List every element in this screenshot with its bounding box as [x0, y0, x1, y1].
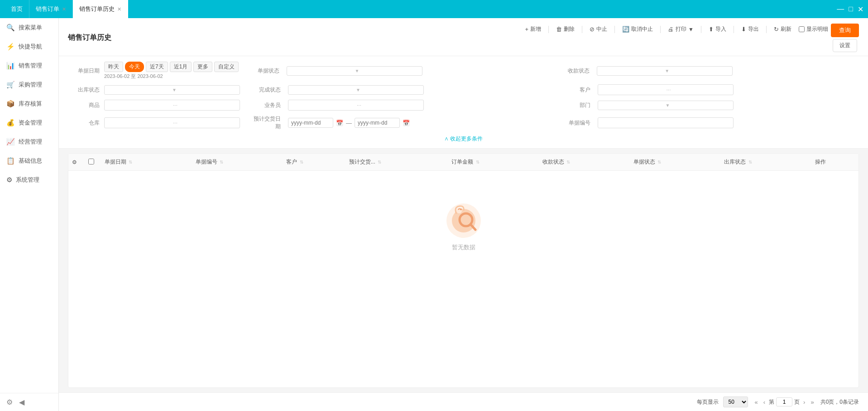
date-yesterday[interactable]: 昨天	[104, 62, 123, 72]
th-bill-no[interactable]: 单据编号 ⇅	[192, 154, 283, 171]
first-page-button[interactable]: «	[753, 398, 759, 406]
calendar-start-icon[interactable]: 📅	[336, 120, 343, 126]
sidebar-bottom: ⚙ ◀	[0, 393, 58, 411]
sidebar-item-搜索菜单[interactable]: 🔍搜索菜单	[0, 18, 58, 37]
th-amount[interactable]: 订单金额 ⇅	[448, 154, 539, 171]
warehouse-dots[interactable]: ···	[173, 120, 236, 126]
toolbar-btn-删除[interactable]: 🗑删除	[553, 24, 577, 35]
minimize-button[interactable]: —	[837, 5, 844, 13]
next-page-button[interactable]: ›	[801, 398, 807, 406]
select-all-checkbox[interactable]	[88, 159, 94, 164]
toolbar-btn-label: 打印	[676, 25, 686, 33]
salesman-select[interactable]: ···	[288, 100, 424, 111]
data-table: ⚙ 单据日期 ⇅ 单据编号 ⇅ 客户 ⇅ 预计交货... ⇅ 订单金额 ⇅ 收款…	[68, 154, 858, 279]
sidebar-item-系统管理[interactable]: ⚙系统管理	[0, 170, 58, 189]
sidebar: 🔍搜索菜单⚡快捷导航📊销售管理🛒采购管理📦库存核算💰资金管理📈经营管理📋基础信息…	[0, 18, 59, 411]
toolbar-btn-导入[interactable]: ⬆导入	[706, 24, 729, 35]
sidebar-icon: ⚡	[6, 43, 15, 51]
display-toggle-checkbox[interactable]	[799, 26, 805, 32]
toolbar-btn-取消中止[interactable]: 🔄取消中止	[619, 24, 656, 35]
collapse-bar[interactable]: ∧ 收起更多条件	[68, 135, 859, 143]
dept-select[interactable]: ▼	[598, 101, 734, 110]
date-label: 单据日期	[68, 67, 104, 75]
th-bill-status[interactable]: 单据状态 ⇅	[630, 154, 721, 171]
display-toggle-label: 显示明细	[806, 25, 828, 33]
tab-销售订单[interactable]: 销售订单✕	[29, 0, 73, 18]
date-range-text: 2023-06-02 至 2023-06-02	[104, 73, 239, 80]
sidebar-item-基础信息[interactable]: 📋基础信息	[0, 151, 58, 170]
salesman-dots[interactable]: ···	[357, 102, 420, 108]
tab-close-icon[interactable]: ✕	[62, 6, 66, 12]
sidebar-icon: 💰	[6, 119, 15, 127]
warehouse-select[interactable]: ···	[104, 117, 240, 128]
th-payment-status[interactable]: 收款状态 ⇅	[539, 154, 630, 171]
th-check[interactable]	[85, 154, 101, 171]
setting-button[interactable]: 设置	[833, 39, 857, 52]
toolbar: +新增🗑删除⊘中止🔄取消中止🖨打印▼⬆导入⬇导出↻刷新 显示明细	[523, 24, 828, 35]
close-button[interactable]: ✕	[858, 5, 863, 14]
collapse-icon[interactable]: ◀	[19, 398, 24, 406]
sidebar-item-库存核算[interactable]: 📦库存核算	[0, 94, 58, 113]
filter-row-4: 仓库 ··· 预计交货日期 📅 — 📅 单据编号	[68, 115, 859, 131]
customer-dots[interactable]: ···	[667, 87, 729, 93]
toolbar-btn-导出[interactable]: ⬇导出	[739, 24, 762, 35]
payment-status-select[interactable]: ▼	[597, 66, 733, 76]
complete-status-select[interactable]: ▼	[288, 85, 424, 95]
date-more[interactable]: 更多	[193, 62, 212, 72]
goods-select[interactable]: ···	[104, 100, 240, 111]
sidebar-label: 经营管理	[19, 138, 42, 146]
complete-status-label: 完成状态	[249, 86, 285, 94]
goods-dots[interactable]: ···	[173, 102, 236, 108]
bill-status-select[interactable]: ▼	[287, 66, 422, 76]
sidebar-item-资金管理[interactable]: 💰资金管理	[0, 113, 58, 132]
th-out-status[interactable]: 出库状态 ⇅	[720, 154, 811, 171]
page-num-input[interactable]	[776, 397, 792, 406]
sort-icon-bill: ⇅	[657, 160, 661, 164]
date-custom[interactable]: 自定义	[214, 62, 239, 72]
toolbar-icon: 🗑	[556, 26, 562, 33]
date-quick-buttons: 昨天 今天 近7天 近1月 更多 自定义	[104, 62, 239, 72]
calendar-end-icon[interactable]: 📅	[403, 120, 410, 126]
tab-首页[interactable]: 首页	[5, 0, 29, 18]
th-customer[interactable]: 客户 ⇅	[283, 154, 345, 171]
th-settings[interactable]: ⚙	[68, 154, 85, 171]
display-toggle[interactable]: 显示明细	[799, 25, 828, 33]
th-bill-date[interactable]: 单据日期 ⇅	[101, 154, 192, 171]
toolbar-btn-刷新[interactable]: ↻刷新	[771, 24, 794, 35]
sidebar-icon: 📦	[6, 100, 15, 108]
toolbar-divider	[582, 26, 582, 33]
empty-icon	[441, 198, 486, 243]
customer-select[interactable]: ···	[598, 84, 734, 95]
prev-page-button[interactable]: ‹	[762, 398, 767, 406]
toolbar-btn-打印[interactable]: 🖨打印▼	[665, 24, 696, 35]
settings-icon[interactable]: ⚙	[6, 398, 13, 406]
delivery-date-start[interactable]	[288, 118, 333, 128]
date-7days[interactable]: 近7天	[146, 62, 168, 72]
page-size-select[interactable]: 50 10 20 100	[723, 396, 748, 407]
th-delivery[interactable]: 预计交货... ⇅	[345, 154, 448, 171]
query-button[interactable]: 查询	[831, 24, 859, 37]
sidebar-item-快捷导航[interactable]: ⚡快捷导航	[0, 37, 58, 56]
tab-close-icon[interactable]: ✕	[117, 6, 121, 12]
last-page-button[interactable]: »	[809, 398, 815, 406]
date-today[interactable]: 今天	[125, 62, 144, 72]
table-header: ⚙ 单据日期 ⇅ 单据编号 ⇅ 客户 ⇅ 预计交货... ⇅ 订单金额 ⇅ 收款…	[68, 154, 858, 171]
toolbar-btn-新增[interactable]: +新增	[523, 24, 544, 35]
sidebar-icon: 📋	[6, 157, 15, 165]
sidebar-item-销售管理[interactable]: 📊销售管理	[0, 56, 58, 75]
toolbar-btn-中止[interactable]: ⊘中止	[587, 24, 610, 35]
complete-status-arrow: ▼	[356, 87, 420, 92]
tab-销售订单历史[interactable]: 销售订单历史✕	[73, 0, 128, 18]
bill-no-input[interactable]	[598, 117, 734, 128]
delivery-date-end[interactable]	[355, 118, 400, 128]
toolbar-icon: 🔄	[622, 26, 629, 33]
date-1month[interactable]: 近1月	[170, 62, 192, 72]
sidebar-item-经营管理[interactable]: 📈经营管理	[0, 132, 58, 151]
delivery-date-label: 预计交货日期	[249, 115, 285, 131]
maximize-button[interactable]: □	[849, 5, 853, 13]
outstock-select[interactable]: ▼	[104, 85, 240, 95]
table-wrap: ⚙ 单据日期 ⇅ 单据编号 ⇅ 客户 ⇅ 预计交货... ⇅ 订单金额 ⇅ 收款…	[68, 153, 859, 388]
filter-row-1: 单据日期 昨天 今天 近7天 近1月 更多 自定义 2023-06-02 至 2…	[68, 62, 859, 80]
sidebar-item-采购管理[interactable]: 🛒采购管理	[0, 75, 58, 94]
toolbar-icon: ⊘	[590, 26, 595, 33]
